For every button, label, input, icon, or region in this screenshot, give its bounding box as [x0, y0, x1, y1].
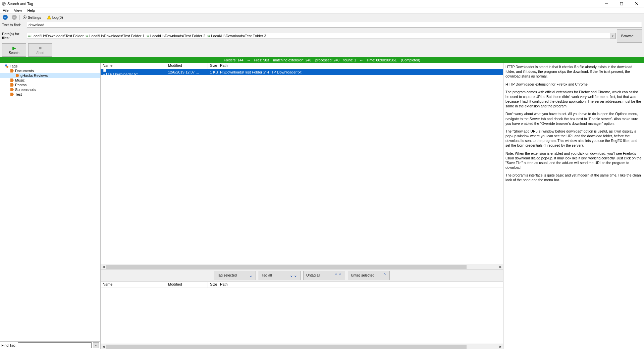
- scroll-right-icon[interactable]: ▶: [498, 265, 503, 268]
- svg-text:!: !: [49, 16, 49, 19]
- search-bar: Text to find: Path(s) for files: ➥Local\…: [0, 21, 644, 57]
- status-processed: processed: 240: [315, 58, 339, 62]
- tag-icon: [15, 73, 19, 78]
- tagged-header: Name Modified Size Path: [101, 282, 503, 288]
- scroll-left-icon[interactable]: ◀: [101, 265, 106, 268]
- col-size[interactable]: Size: [208, 282, 218, 288]
- svg-marker-17: [10, 88, 14, 91]
- tag-tree: Tags Documents gHacks Reviews Music Phot…: [0, 63, 100, 341]
- col-modified[interactable]: Modified: [166, 63, 208, 69]
- status-bar: Folders: 144 -- Files: 903 matching exte…: [0, 57, 644, 63]
- maximize-button[interactable]: [614, 0, 629, 7]
- status-files: Files: 903: [254, 58, 269, 62]
- warning-icon: !: [47, 15, 51, 19]
- find-tag-dropdown[interactable]: ▾: [93, 342, 99, 348]
- folder-arrow-icon: ➥: [28, 34, 31, 38]
- chevron-up-icon: ⌃: [383, 273, 387, 278]
- forward-button[interactable]: →: [10, 14, 18, 20]
- status-found: found: 1: [343, 58, 356, 62]
- results-body[interactable]: HTTP Downloader.txt 12/6/2019 12:07 ... …: [101, 69, 503, 264]
- scroll-left-icon[interactable]: ◀: [101, 345, 106, 348]
- untag-all-button[interactable]: Untag all ⌃⌃: [303, 271, 345, 280]
- paths-dropdown-button[interactable]: ▾: [610, 33, 615, 39]
- back-button[interactable]: −: [1, 14, 9, 20]
- file-icon: [103, 69, 164, 72]
- menu-file[interactable]: File: [0, 8, 11, 13]
- status-time: Time: 00:00:00:351: [367, 58, 397, 62]
- find-tag-label: Find Tag:: [1, 343, 16, 347]
- tag-actions: Tag selected ⌄ Tag all ⌄⌄ Untag all ⌃⌃ U…: [101, 269, 503, 282]
- path-chip-2: ➥Local\H:\Downloads\Test Folder 2: [147, 34, 205, 38]
- tag-selected-button[interactable]: Tag selected ⌄: [214, 271, 256, 280]
- search-input[interactable]: [27, 22, 642, 28]
- col-name[interactable]: Name: [101, 63, 166, 69]
- tree-item-ghacks-reviews[interactable]: gHacks Reviews: [0, 73, 100, 78]
- path-chip-3: ➥Local\H:\Downloads\Test Folder 3: [207, 34, 266, 38]
- search-button[interactable]: ▶ Search: [2, 43, 26, 57]
- results-header: Name Modified Size Path: [101, 63, 503, 69]
- tree-root-tags[interactable]: Tags: [0, 64, 100, 68]
- log-label: Log(0): [52, 15, 63, 19]
- window-title: Search and Tag: [7, 2, 599, 6]
- settings-button[interactable]: Settings: [21, 15, 43, 20]
- preview-text: HTTP Downloader extension for Firefox an…: [505, 82, 642, 87]
- tagged-panel: Name Modified Size Path ◀ ▶: [101, 282, 503, 349]
- preview-text: The program comes with official extensio…: [505, 90, 642, 109]
- tagged-hscrollbar[interactable]: ◀ ▶: [101, 344, 503, 349]
- col-path[interactable]: Path: [218, 282, 503, 288]
- preview-text: The program's interface is quite basic a…: [505, 173, 642, 182]
- text-to-find-label: Text to find:: [2, 23, 25, 27]
- tree-item-documents[interactable]: Documents: [0, 68, 100, 73]
- preview-text: The "Show add URL(s) window before downl…: [505, 129, 642, 148]
- tag-icon: [10, 83, 14, 87]
- svg-point-12: [6, 66, 8, 68]
- tree-item-photos[interactable]: Photos: [0, 83, 100, 87]
- menu-bar: File View Help: [0, 7, 644, 14]
- find-tag-input[interactable]: [18, 342, 92, 348]
- tag-icon: [10, 78, 14, 82]
- col-path[interactable]: Path: [218, 63, 503, 69]
- col-modified[interactable]: Modified: [166, 282, 208, 288]
- status-folders: Folders: 144: [224, 58, 243, 62]
- abort-button[interactable]: ■ Abort: [28, 43, 52, 57]
- double-chevron-up-icon: ⌃⌃: [334, 273, 342, 278]
- results-panel: Name Modified Size Path HTTP Downloader.…: [101, 63, 503, 269]
- minimize-button[interactable]: [599, 0, 614, 7]
- folder-arrow-icon: ➥: [207, 34, 210, 38]
- result-row[interactable]: HTTP Downloader.txt 12/6/2019 12:07 ... …: [101, 69, 503, 75]
- menu-help[interactable]: Help: [24, 8, 38, 13]
- col-name[interactable]: Name: [101, 282, 166, 288]
- path-chip-0: ➥Local\H:\Downloads\Test Folder: [28, 34, 84, 38]
- svg-rect-19: [103, 69, 106, 72]
- tagged-body[interactable]: [101, 288, 503, 344]
- menu-view[interactable]: View: [11, 8, 25, 13]
- stop-icon: ■: [39, 45, 42, 51]
- col-size[interactable]: Size: [208, 63, 218, 69]
- forward-icon: →: [12, 15, 17, 20]
- svg-marker-16: [10, 83, 14, 87]
- folder-arrow-icon: ➥: [86, 34, 89, 38]
- find-tag-bar: Find Tag: ▾: [0, 341, 100, 349]
- app-icon: [1, 1, 6, 6]
- chevron-down-icon: ⌄: [249, 273, 253, 278]
- tree-item-screenshots[interactable]: Screenshots: [0, 87, 100, 92]
- log-button[interactable]: ! Log(0): [46, 15, 64, 20]
- gear-icon: [22, 15, 27, 19]
- tree-item-test[interactable]: Test: [0, 92, 100, 97]
- double-chevron-down-icon: ⌄⌄: [289, 273, 298, 278]
- folder-arrow-icon: ➥: [147, 34, 150, 38]
- tree-item-music[interactable]: Music: [0, 78, 100, 83]
- tag-icon: [10, 88, 14, 92]
- preview-text: Don't worry about what you have to set. …: [505, 111, 642, 126]
- close-button[interactable]: [629, 0, 644, 7]
- preview-pane: HTTP Downloader is smart in that it chec…: [503, 63, 644, 349]
- sidebar: Tags Documents gHacks Reviews Music Phot…: [0, 63, 101, 349]
- toolbar: − → Settings ! Log(0): [0, 14, 644, 21]
- paths-input[interactable]: ➥Local\H:\Downloads\Test Folder ➥Local\H…: [27, 33, 615, 39]
- untag-selected-button[interactable]: Untag selected ⌃: [348, 271, 390, 280]
- browse-button[interactable]: Browse ...: [617, 29, 642, 43]
- scroll-right-icon[interactable]: ▶: [498, 345, 503, 348]
- tag-all-button[interactable]: Tag all ⌄⌄: [259, 271, 301, 280]
- results-hscrollbar[interactable]: ◀ ▶: [101, 264, 503, 269]
- tags-root-icon: [5, 64, 9, 68]
